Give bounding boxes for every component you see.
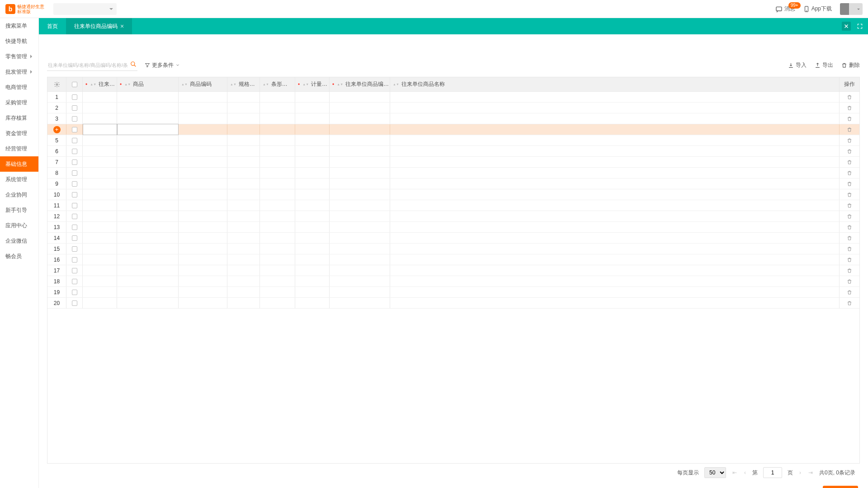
delete-button[interactable]: 删除 bbox=[841, 61, 860, 69]
row-checkbox[interactable] bbox=[66, 92, 83, 102]
cell-unit[interactable] bbox=[295, 146, 330, 156]
cell-partner-name[interactable] bbox=[390, 276, 840, 286]
row-delete-button[interactable] bbox=[840, 222, 859, 232]
sidebar-item[interactable]: 资金管理 bbox=[0, 126, 38, 141]
cell-unit[interactable] bbox=[295, 298, 330, 308]
cell-product[interactable] bbox=[117, 189, 179, 200]
table-row[interactable]: 14 bbox=[47, 233, 859, 244]
cell-spec[interactable] bbox=[227, 157, 260, 167]
row-delete-button[interactable] bbox=[840, 92, 859, 102]
close-all-tabs-button[interactable] bbox=[842, 22, 851, 31]
table-row[interactable]: 16 bbox=[47, 254, 859, 265]
cell-partner-code[interactable] bbox=[330, 124, 390, 135]
cell-barcode[interactable] bbox=[260, 287, 295, 297]
cell-product-code[interactable] bbox=[179, 244, 227, 254]
cell-barcode[interactable] bbox=[260, 254, 295, 265]
row-delete-button[interactable] bbox=[840, 146, 859, 156]
cell-partner-name[interactable] bbox=[390, 168, 840, 178]
cell-product-code[interactable] bbox=[179, 146, 227, 156]
cell-barcode[interactable] bbox=[260, 113, 295, 124]
cell-barcode[interactable] bbox=[260, 200, 295, 211]
cell-spec[interactable] bbox=[227, 189, 260, 200]
cell-partner[interactable] bbox=[83, 200, 117, 211]
cell-product[interactable] bbox=[117, 113, 179, 124]
cell-partner[interactable] bbox=[83, 113, 117, 124]
cell-partner[interactable] bbox=[83, 189, 117, 200]
cell-unit[interactable] bbox=[295, 287, 330, 297]
table-row[interactable]: 5 bbox=[47, 135, 859, 146]
cell-partner-code[interactable] bbox=[330, 254, 390, 265]
cell-partner[interactable] bbox=[83, 287, 117, 297]
cell-partner[interactable] bbox=[83, 222, 117, 232]
row-delete-button[interactable] bbox=[840, 157, 859, 167]
sidebar-item[interactable]: 库存核算 bbox=[0, 110, 38, 126]
cell-product-code[interactable] bbox=[179, 276, 227, 286]
cell-partner-name[interactable] bbox=[390, 244, 840, 254]
cell-product-code[interactable] bbox=[179, 92, 227, 102]
cell-spec[interactable] bbox=[227, 168, 260, 178]
cell-product-code[interactable] bbox=[179, 124, 227, 135]
row-delete-button[interactable] bbox=[840, 298, 859, 308]
table-row[interactable]: 10 bbox=[47, 189, 859, 200]
sidebar-item[interactable]: 采购管理 bbox=[0, 95, 38, 110]
sidebar-item[interactable]: 系统管理 bbox=[0, 172, 38, 187]
cell-product[interactable] bbox=[117, 222, 179, 232]
cell-partner[interactable] bbox=[83, 233, 117, 243]
row-checkbox[interactable] bbox=[66, 222, 83, 232]
table-row[interactable]: 6 bbox=[47, 146, 859, 157]
row-checkbox[interactable] bbox=[66, 298, 83, 308]
cell-partner-name[interactable] bbox=[390, 92, 840, 102]
cell-partner[interactable] bbox=[83, 244, 117, 254]
cell-partner[interactable] bbox=[83, 124, 117, 135]
cell-partner-code[interactable] bbox=[330, 222, 390, 232]
row-delete-button[interactable] bbox=[840, 189, 859, 200]
table-row[interactable]: 20 bbox=[47, 298, 859, 309]
cell-spec[interactable] bbox=[227, 254, 260, 265]
per-page-select[interactable]: 50 bbox=[704, 467, 726, 478]
cell-product-code[interactable] bbox=[179, 254, 227, 265]
row-checkbox[interactable] bbox=[66, 135, 83, 145]
cell-product-code[interactable] bbox=[179, 298, 227, 308]
cell-spec[interactable] bbox=[227, 244, 260, 254]
row-checkbox[interactable] bbox=[66, 146, 83, 156]
col-unit[interactable]: ▲▼计量… bbox=[295, 77, 330, 91]
row-delete-button[interactable] bbox=[840, 113, 859, 124]
cell-barcode[interactable] bbox=[260, 135, 295, 145]
export-button[interactable]: 导出 bbox=[815, 61, 833, 69]
row-checkbox[interactable] bbox=[66, 211, 83, 221]
cell-partner[interactable] bbox=[83, 298, 117, 308]
cell-partner[interactable] bbox=[83, 254, 117, 265]
cell-partner-code[interactable] bbox=[330, 287, 390, 297]
col-partner-name[interactable]: ▲▼往来单位商品名称 bbox=[390, 77, 840, 91]
cell-partner-code[interactable] bbox=[330, 233, 390, 243]
cell-partner[interactable] bbox=[83, 157, 117, 167]
row-checkbox[interactable] bbox=[66, 124, 83, 135]
cell-unit[interactable] bbox=[295, 233, 330, 243]
cell-product[interactable] bbox=[117, 244, 179, 254]
cell-partner-code[interactable] bbox=[330, 135, 390, 145]
add-row-button[interactable]: + bbox=[47, 124, 66, 135]
cell-product[interactable] bbox=[117, 157, 179, 167]
cell-spec[interactable] bbox=[227, 298, 260, 308]
cell-product[interactable] bbox=[117, 298, 179, 308]
cell-product[interactable] bbox=[117, 135, 179, 145]
cell-spec[interactable] bbox=[227, 103, 260, 113]
cell-barcode[interactable] bbox=[260, 244, 295, 254]
cell-partner-code[interactable] bbox=[330, 276, 390, 286]
cell-partner-code[interactable] bbox=[330, 200, 390, 211]
cell-barcode[interactable] bbox=[260, 103, 295, 113]
table-row[interactable]: 8 bbox=[47, 168, 859, 178]
row-checkbox[interactable] bbox=[66, 254, 83, 265]
org-selector[interactable] bbox=[53, 3, 117, 15]
cell-partner[interactable] bbox=[83, 265, 117, 276]
row-delete-button[interactable] bbox=[840, 135, 859, 145]
cell-partner-name[interactable] bbox=[390, 287, 840, 297]
cell-partner-code[interactable] bbox=[330, 189, 390, 200]
close-icon[interactable]: × bbox=[120, 23, 124, 30]
cell-partner-code[interactable] bbox=[330, 244, 390, 254]
row-checkbox[interactable] bbox=[66, 276, 83, 286]
row-checkbox[interactable] bbox=[66, 168, 83, 178]
col-partner[interactable]: ▲▼往来… bbox=[83, 77, 117, 91]
cell-barcode[interactable] bbox=[260, 211, 295, 221]
cell-partner-code[interactable] bbox=[330, 113, 390, 124]
